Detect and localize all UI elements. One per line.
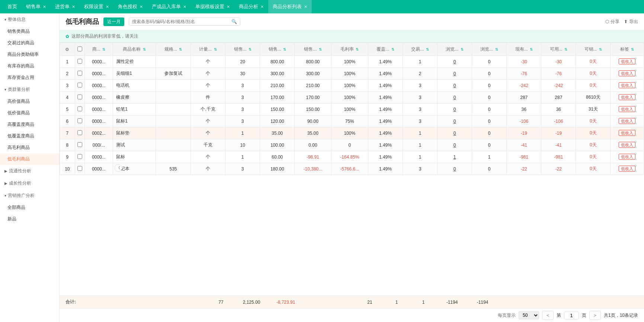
cell-checkbox[interactable] [75,151,84,163]
page-size-select[interactable]: 50 100 200 [519,311,539,319]
sidebar-group-marketing[interactable]: ▾ 营销推广分析 [0,189,59,202]
row-checkbox[interactable] [77,106,82,111]
th-tag[interactable]: 标签 ⇅ [611,43,644,56]
sidebar-item-category-rate[interactable]: 商品分类助销率 [0,49,59,60]
sidebar-item-high-coverage[interactable]: 高覆盖度商品 [0,119,59,130]
export-button[interactable]: ⬆ 导出 [624,19,638,25]
th-coverage[interactable]: 覆盖... ⇅ [368,43,403,56]
close-icon[interactable]: ✕ [140,4,143,9]
th-spec[interactable]: 规格... ⇅ [156,43,190,56]
sidebar-item-low-value[interactable]: 低价值商品 [0,107,59,119]
select-all-checkbox[interactable] [77,47,82,51]
filter-month-button[interactable]: 近一月 [103,17,124,26]
sidebar-item-stock-capital[interactable]: 库存资金占用 [0,72,59,83]
nav-home[interactable]: 首页 [3,0,22,13]
sidebar-group-cluster[interactable]: ▾ 类群量分析 [0,83,59,96]
row-checkbox[interactable] [77,71,82,76]
th-view2[interactable]: 浏览... ⇅ [472,43,507,56]
th-trade[interactable]: 交易... ⇅ [403,43,437,56]
nav-template-settings[interactable]: 单据模板设置 ✕ [191,0,234,13]
cell-view1[interactable]: 0 [438,56,472,68]
cell-checkbox[interactable] [75,56,84,68]
nav-product-analysis-list[interactable]: 商品分析列表 ✕ [268,0,312,13]
cell-view1[interactable]: 0 [438,80,472,92]
collapse-sidebar-button[interactable]: 《 [115,164,122,172]
search-input[interactable] [132,19,230,24]
row-checkbox[interactable] [77,130,82,135]
cell-checkbox[interactable] [75,92,84,103]
th-sales-amount[interactable]: 销售... ⇅ [295,43,331,56]
sidebar-item-high-value[interactable]: 高价值商品 [0,96,59,107]
nav-product-entry[interactable]: 产成品入库单 ✕ [147,0,191,13]
row-checkbox[interactable] [77,154,82,159]
sidebar-item-low-coverage[interactable]: 低覆盖度商品 [0,130,59,142]
cell-view1[interactable]: 0 [438,115,472,127]
cell-checkbox[interactable] [75,68,84,80]
prev-page-button[interactable]: ＜ [542,311,554,320]
sidebar-item-new-products[interactable]: 新品 [0,213,59,225]
cell-checkbox[interactable] [75,103,84,115]
sidebar-item-traded-products[interactable]: 交易过的商品 [0,37,59,49]
cell-view1[interactable]: 0 [438,163,472,175]
cell-checkbox[interactable] [75,80,84,92]
cell-view1[interactable]: 0 [438,92,472,103]
nav-sales-order[interactable]: 销售单 ✕ [22,0,51,13]
row-checkbox[interactable] [77,118,82,123]
sidebar-item-all-products[interactable]: 全部商品 [0,202,59,213]
close-icon[interactable]: ✕ [304,4,307,9]
th-name[interactable]: 商品名称 ⇅ [113,43,156,56]
th-settings[interactable]: ⚙ [60,43,75,56]
close-icon[interactable]: ✕ [227,4,230,9]
sidebar-item-in-stock[interactable]: 有库存的商品 [0,60,59,72]
cell-tag: 低收入 [611,151,644,163]
cell-view1[interactable]: 0 [438,68,472,80]
page-number-input[interactable] [564,312,579,319]
cell-spec [156,127,190,139]
th-current-stock[interactable]: 现有... ⇅ [507,43,541,56]
sidebar-group-overall[interactable]: ▾ 整体信息 [0,13,59,26]
cell-checkbox[interactable] [75,163,84,175]
sidebar-item-sales-products[interactable]: 销售类商品 [0,26,59,37]
close-icon[interactable]: ✕ [72,4,75,9]
row-checkbox[interactable] [77,142,82,147]
nav-purchase-order[interactable]: 进货单 ✕ [51,0,80,13]
th-unit[interactable]: 计量... ⇅ [191,43,225,56]
next-page-button[interactable]: ＞ [589,311,601,320]
sidebar-group-growth[interactable]: ▶ 成长性分析 [0,177,59,189]
sidebar-group-flow[interactable]: ▶ 流通性分析 [0,165,59,177]
cell-code: 0000... [84,80,113,92]
th-sales-qty[interactable]: 销售... ⇅ [225,43,260,56]
cell-view1[interactable]: 0 [438,139,472,151]
th-sales-price[interactable]: 销售... ⇅ [260,43,295,56]
nav-permissions[interactable]: 权限设置 ✕ [80,0,113,13]
close-icon[interactable]: ✕ [260,4,264,9]
row-checkbox[interactable] [77,83,82,87]
th-sellable[interactable]: 可销... ⇅ [576,43,611,56]
th-checkbox[interactable] [75,43,84,56]
row-checkbox[interactable] [77,95,82,99]
nav-role-auth[interactable]: 角色授权 ✕ [113,0,147,13]
th-available[interactable]: 可用... ⇅ [541,43,576,56]
cell-checkbox[interactable] [75,115,84,127]
close-icon[interactable]: ✕ [106,4,109,9]
share-button[interactable]: ⬡ 分享 [605,19,619,25]
th-gross-margin[interactable]: 毛利率 ⇅ [331,43,368,56]
cell-view1[interactable]: 1 [438,151,472,163]
cell-view2: 0 [472,103,507,115]
cell-checkbox[interactable] [75,127,84,139]
row-checkbox[interactable] [77,59,82,64]
nav-product-analysis[interactable]: 商品分析 ✕ [234,0,268,13]
sidebar-item-high-margin[interactable]: 高毛利商品 [0,142,59,153]
cell-gross-margin: 100% [331,80,368,92]
cell-view1[interactable]: 0 [438,103,472,115]
th-view1[interactable]: 浏览... ⇅ [438,43,472,56]
close-icon[interactable]: ✕ [183,4,186,9]
th-code[interactable]: 商... ⇅ [84,43,113,56]
close-icon[interactable]: ✕ [43,4,46,9]
row-checkbox[interactable] [77,166,82,171]
sidebar-item-low-margin[interactable]: 低毛利商品 [0,153,59,165]
cell-checkbox[interactable] [75,139,84,151]
cell-sales-price: 120.00 [260,115,295,127]
search-icon[interactable]: 🔍 [231,19,237,24]
cell-view1[interactable]: 0 [438,127,472,139]
